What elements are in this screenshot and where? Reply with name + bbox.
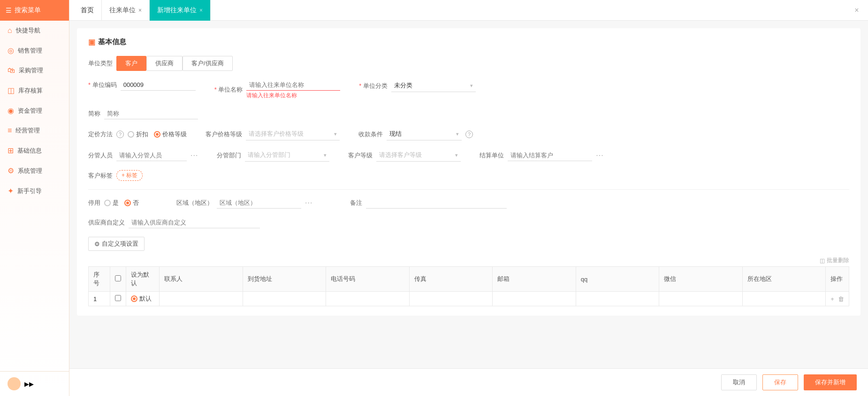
save-button[interactable]: 保存 (762, 374, 798, 390)
row-actions-cell: + 🗑 (826, 292, 849, 306)
short-name-field: 简称 (88, 108, 198, 119)
main-content: 首页 往来单位 × 新增往来单位 × × ▣ 基本信息 单位类型 (69, 0, 868, 396)
phone-input[interactable] (331, 295, 404, 303)
tab-new-partner[interactable]: 新增往来单位 × (150, 0, 211, 21)
avatar (8, 377, 21, 390)
unit-type-label: 单位类型 (88, 59, 113, 68)
row-address-cell (243, 292, 326, 306)
disable-yes-radio[interactable]: 是 (104, 199, 119, 207)
sidebar-item-label: 采购管理 (19, 66, 43, 75)
row-fax-cell (409, 292, 492, 306)
row-qq-cell (576, 292, 659, 306)
manager-input[interactable] (116, 150, 187, 161)
sidebar-item-inventory[interactable]: ◫ 库存核算 (0, 80, 69, 101)
sidebar-item-quick-nav[interactable]: ⌂ 快捷导航 (0, 21, 69, 40)
section-title-text: 基本信息 (98, 38, 126, 47)
tab-partners-close[interactable]: × (138, 7, 142, 14)
sidebar-item-base[interactable]: ⊞ 基础信息 (0, 140, 69, 161)
sidebar-item-label: 基础信息 (17, 147, 42, 155)
close-all-tabs-button[interactable]: × (849, 3, 864, 18)
row-default-radio[interactable]: 默认 (131, 295, 154, 303)
payment-terms-value: 现结 (389, 130, 454, 138)
settlement-field: 结算单位 ··· (480, 150, 603, 161)
wechat-input[interactable] (664, 295, 737, 303)
address-input[interactable] (248, 295, 321, 303)
region-more-btn[interactable]: ··· (305, 199, 312, 207)
batch-delete-area: ◫ 批量删除 (88, 256, 849, 264)
select-all-checkbox[interactable] (115, 275, 121, 281)
short-name-row: 简称 (88, 108, 849, 119)
cancel-button[interactable]: 取消 (721, 374, 757, 390)
settlement-input[interactable] (508, 150, 592, 161)
sidebar-item-sales[interactable]: ◎ 销售管理 (0, 40, 69, 61)
add-row-button[interactable]: + (830, 295, 834, 303)
payment-terms-label: 收款条件 (358, 130, 383, 139)
custom-settings-label: 自定义项设置 (102, 240, 138, 248)
inventory-icon: ◫ (8, 86, 15, 95)
unit-category-select[interactable]: 未分类 ▾ (391, 79, 476, 92)
row-phone-cell (326, 292, 409, 306)
department-placeholder: 请输入分管部门 (248, 151, 322, 159)
finance-icon: ◉ (8, 106, 14, 115)
payment-help-icon[interactable]: ? (465, 131, 473, 138)
save-new-button[interactable]: 保存并新增 (804, 374, 857, 390)
notes-input[interactable] (366, 197, 507, 209)
short-name-input[interactable] (104, 108, 198, 119)
customer-price-level-select[interactable]: 请选择客户价格等级 ▾ (246, 128, 340, 140)
settlement-more-btn[interactable]: ··· (596, 151, 603, 160)
email-input[interactable] (497, 295, 571, 303)
fax-input[interactable] (414, 295, 487, 303)
qq-input[interactable] (581, 295, 655, 303)
contact-input[interactable] (164, 295, 237, 303)
tab-home[interactable]: 首页 (73, 0, 102, 21)
disable-field: 停用 是 否 (88, 199, 139, 207)
custom-settings-button[interactable]: ⚙ 自定义项设置 (88, 237, 145, 251)
type-btn-supplier[interactable]: 供应商 (146, 56, 183, 71)
sidebar-item-operations[interactable]: ≡ 经营管理 (0, 121, 69, 140)
manager-more-btn[interactable]: ··· (190, 151, 198, 160)
chevron-down-icon3: ▾ (456, 131, 459, 137)
unit-code-input[interactable] (121, 79, 196, 91)
sidebar-item-purchase[interactable]: 🛍 采购管理 (0, 61, 69, 80)
type-btn-both[interactable]: 客户/供应商 (183, 56, 233, 71)
tags-label: 客户标签 (88, 171, 113, 180)
settlement-label: 结算单位 (480, 151, 504, 160)
sidebar-item-guide[interactable]: ✦ 新手引导 (0, 181, 69, 201)
customer-level-select[interactable]: 请选择客户等级 ▾ (376, 149, 461, 162)
sidebar: ☰ 搜索菜单 ⌂ 快捷导航 ◎ 销售管理 🛍 采购管理 ◫ 库存核算 ◉ 资金管… (0, 0, 69, 396)
pricing-discount-radio[interactable]: 折扣 (128, 130, 148, 139)
col-fax: 传真 (409, 267, 492, 292)
tab-new-partner-close[interactable]: × (199, 7, 203, 14)
row-checkbox[interactable] (115, 295, 121, 301)
region-input[interactable] (217, 197, 301, 209)
manager-row: 分管人员 ··· 分管部门 请输入分管部门 ▾ 客户等级 请选择客户等级 ▾ (88, 149, 849, 162)
customer-price-level-label: 客户价格等级 (206, 130, 242, 139)
sidebar-item-finance[interactable]: ◉ 资金管理 (0, 101, 69, 121)
pricing-radio-group: 折扣 价格等级 (128, 130, 187, 139)
payment-terms-select[interactable]: 现结 ▾ (387, 128, 462, 140)
tabs-bar: 首页 往来单位 × 新增往来单位 × × (69, 0, 868, 21)
pricing-level-radio[interactable]: 价格等级 (154, 130, 187, 139)
no-label: 否 (133, 199, 139, 207)
help-icon[interactable]: ? (116, 131, 124, 138)
row-region-input[interactable] (747, 295, 821, 303)
base-icon: ⊞ (8, 146, 14, 155)
supplier-custom-input[interactable] (129, 217, 260, 228)
add-tag-button[interactable]: + 标签 (116, 170, 143, 181)
sidebar-item-label: 经营管理 (15, 126, 40, 135)
pricing-method-field: 定价方法 ? 折扣 价格等级 (88, 130, 187, 139)
batch-delete-label[interactable]: 批量删除 (827, 256, 849, 264)
type-btn-customer[interactable]: 客户 (116, 56, 146, 71)
sidebar-search[interactable]: ☰ 搜索菜单 (0, 0, 69, 21)
col-actions: 操作 (826, 267, 849, 292)
tab-partners[interactable]: 往来单位 × (102, 0, 150, 21)
row-region-cell (742, 292, 825, 306)
tags-field: 客户标签 + 标签 (88, 170, 143, 181)
customer-price-level-field: 客户价格等级 请选择客户价格等级 ▾ (206, 128, 340, 140)
disable-no-radio[interactable]: 否 (124, 199, 139, 207)
sidebar-item-system[interactable]: ⚙ 系统管理 (0, 161, 69, 181)
department-select[interactable]: 请输入分管部门 ▾ (245, 149, 329, 162)
content-area: ▣ 基本信息 单位类型 客户 供应商 客户/供应商 单位编码 (69, 21, 868, 368)
delete-row-button[interactable]: 🗑 (838, 295, 844, 303)
unit-name-input[interactable] (246, 79, 340, 91)
